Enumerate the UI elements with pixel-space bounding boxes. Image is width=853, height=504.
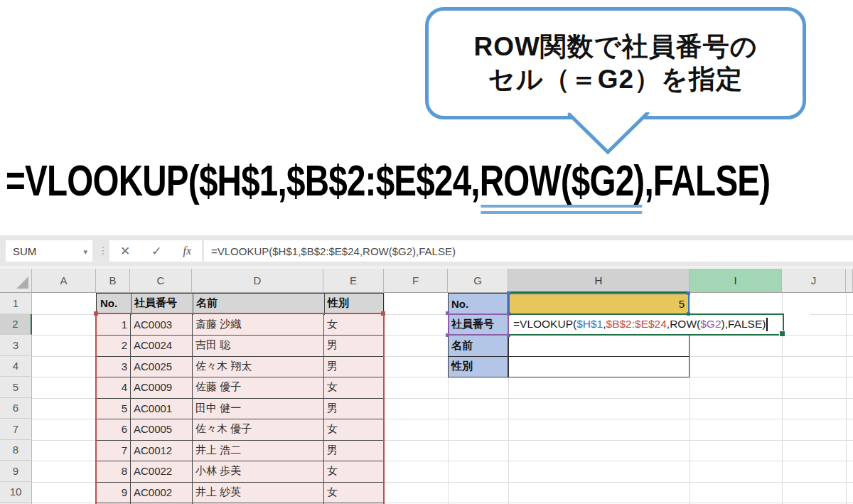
cell-no[interactable]: 2 xyxy=(96,335,130,356)
row-header-4[interactable]: 4 xyxy=(0,356,32,377)
formula-segment-ref-G2: $G2 xyxy=(700,318,721,331)
table-row: 9 AC0002 井上 紗英 女 xyxy=(96,482,384,503)
cell-name[interactable]: 井上 浩二 xyxy=(192,440,323,461)
cell-G3[interactable]: 名前 xyxy=(448,335,508,357)
col-header-J[interactable]: J xyxy=(782,269,846,293)
formula-segment: ,ROW( xyxy=(667,318,700,331)
table-border xyxy=(97,461,384,461)
name-box-dropdown-icon[interactable]: ▾ xyxy=(83,247,87,257)
cell-name[interactable]: 斎藤 沙織 xyxy=(192,314,323,336)
cell-name[interactable]: 佐々木 優子 xyxy=(192,419,323,440)
cell-G4[interactable]: 性別 xyxy=(448,356,508,378)
cell-G1[interactable]: No. xyxy=(448,293,508,315)
select-all-button[interactable] xyxy=(0,269,32,293)
col-header-F[interactable]: F xyxy=(384,269,448,293)
range-handle xyxy=(446,333,449,337)
cell-gender[interactable]: 女 xyxy=(323,419,384,440)
table-border xyxy=(193,294,193,315)
header-cell-no[interactable]: No. xyxy=(97,294,131,313)
cell-gender[interactable]: 女 xyxy=(323,377,384,398)
row-header-1[interactable]: 1 xyxy=(0,293,32,314)
cell-id[interactable]: AC0022 xyxy=(130,461,192,482)
enter-icon[interactable]: ✓ xyxy=(151,244,161,259)
col-header-G[interactable]: G xyxy=(448,269,508,293)
row-header-8[interactable]: 8 xyxy=(0,440,32,461)
header-cell-name[interactable]: 名前 xyxy=(193,294,324,313)
row-header-5[interactable]: 5 xyxy=(0,377,32,398)
table-row: 2 AC0024 吉田 聡 男 xyxy=(96,335,384,356)
row-header-3[interactable]: 3 xyxy=(0,335,32,356)
col-header-D[interactable]: D xyxy=(192,269,323,293)
col-header-B[interactable]: B xyxy=(96,269,130,293)
col-header-I[interactable]: I xyxy=(690,269,782,293)
cell-id[interactable]: AC0012 xyxy=(130,440,192,461)
cell-no[interactable]: 7 xyxy=(96,440,130,461)
formula-bar-grip-icon[interactable]: ⋮ xyxy=(98,245,108,256)
cell-id[interactable]: AC0003 xyxy=(130,314,192,336)
cell-name[interactable]: 小林 歩美 xyxy=(192,461,323,482)
table-border xyxy=(97,356,384,357)
cell-gender[interactable]: 男 xyxy=(323,398,384,419)
col-header-C[interactable]: C xyxy=(130,269,192,293)
callout-tail xyxy=(565,112,658,156)
col-header-E[interactable]: E xyxy=(323,269,384,293)
header-cell-id[interactable]: 社員番号 xyxy=(131,294,193,313)
row-header-9[interactable]: 9 xyxy=(0,461,32,482)
formula-bar-buttons: ✕ ✓ fx xyxy=(109,240,202,262)
formula-bar-input[interactable]: =VLOOKUP($H$1,$B$2:$E$24,ROW($G2),FALSE) xyxy=(204,240,853,262)
cell-gender[interactable]: 男 xyxy=(323,440,384,461)
cell-name[interactable]: 佐々木 翔太 xyxy=(192,356,323,377)
formula-segment: ),FALSE) xyxy=(721,318,766,331)
cell-no[interactable]: 4 xyxy=(96,377,130,398)
callout-line-1: ROW関数で社員番号の xyxy=(473,31,757,63)
cell-gender[interactable]: 女 xyxy=(323,314,384,336)
cell-no[interactable]: 8 xyxy=(96,461,130,482)
col-header-H[interactable]: H xyxy=(508,269,690,293)
select-all-triangle-icon xyxy=(16,277,28,289)
cell-H1[interactable]: 5 xyxy=(508,293,690,315)
cell-gender[interactable]: 女 xyxy=(323,461,384,482)
cell-gender[interactable]: 女 xyxy=(323,482,384,503)
col-header-A[interactable]: A xyxy=(32,269,96,293)
cell-G2[interactable]: 社員番号 xyxy=(448,314,508,336)
cell-name[interactable]: 佐藤 優子 xyxy=(192,377,323,398)
cell-gender[interactable]: 男 xyxy=(323,356,384,377)
header-cell-gender[interactable]: 性別 xyxy=(324,294,385,313)
cell-gender[interactable]: 男 xyxy=(323,335,384,356)
cell-id[interactable]: AC0002 xyxy=(130,482,192,503)
table-border xyxy=(97,419,384,419)
cancel-icon[interactable]: ✕ xyxy=(120,244,130,259)
cell-name[interactable]: 吉田 聡 xyxy=(192,335,323,356)
formula-segment: =VLOOKUP( xyxy=(513,318,576,331)
cell-id[interactable]: AC0024 xyxy=(130,335,192,356)
range-handle xyxy=(687,291,690,295)
table-border xyxy=(508,356,690,357)
table-row: 4 AC0009 佐藤 優子 女 xyxy=(96,377,384,398)
name-box[interactable]: SUM ▾ xyxy=(6,240,92,262)
row-header-6[interactable]: 6 xyxy=(0,398,32,419)
table-row: 5 AC0001 田中 健一 男 xyxy=(96,398,384,419)
cell-no[interactable]: 6 xyxy=(96,419,130,440)
cell-id[interactable]: AC0025 xyxy=(130,356,192,377)
row-header-10[interactable]: 10 xyxy=(0,482,32,503)
table-border xyxy=(97,440,384,441)
range-handle xyxy=(381,311,385,316)
insert-function-icon[interactable]: fx xyxy=(183,245,191,257)
cell-no[interactable]: 5 xyxy=(96,398,130,419)
table-row: 6 AC0005 佐々木 優子 女 xyxy=(96,419,384,440)
cell-id[interactable]: AC0005 xyxy=(130,419,192,440)
cell-no[interactable]: 9 xyxy=(96,482,130,503)
table-border xyxy=(97,398,384,399)
row-header-2[interactable]: 2 xyxy=(0,314,32,336)
table-row: 3 AC0025 佐々木 翔太 男 xyxy=(96,356,384,377)
row-header-7[interactable]: 7 xyxy=(0,419,32,440)
cell-no[interactable]: 3 xyxy=(96,356,130,377)
cell-id[interactable]: AC0009 xyxy=(130,377,192,398)
cell-name[interactable]: 井上 紗英 xyxy=(192,482,323,503)
cell-H2-formula-editor[interactable]: =VLOOKUP( $H$1 , $B$2:$E$24 ,ROW( $G2 ),… xyxy=(509,314,810,335)
table-border xyxy=(97,503,384,503)
cell-no[interactable]: 1 xyxy=(96,314,130,336)
callout-bubble: ROW関数で社員番号の セル（＝G2）を指定 xyxy=(425,7,806,119)
cell-name[interactable]: 田中 健一 xyxy=(192,398,323,419)
cell-id[interactable]: AC0001 xyxy=(130,398,192,419)
